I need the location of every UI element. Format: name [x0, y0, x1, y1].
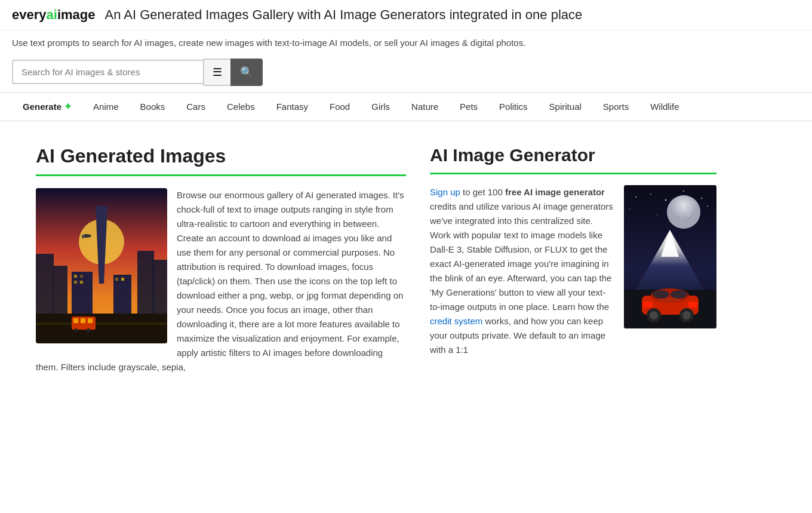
svg-rect-47 [643, 302, 653, 308]
generate-icon: ✦ [64, 101, 72, 112]
logo-suffix: image [57, 7, 96, 22]
search-button[interactable]: 🔍 [230, 59, 263, 86]
category-nav: Generate ✦ Anime Books Cars Celebs Fanta… [0, 92, 812, 121]
svg-rect-23 [115, 278, 118, 281]
nav-label-celebs: Celebs [227, 102, 255, 112]
left-section-title: AI Generated Images [36, 145, 406, 167]
nav-item-girls[interactable]: Girls [361, 93, 401, 120]
svg-rect-15 [81, 318, 85, 323]
nav-label-anime: Anime [93, 102, 119, 112]
car-mountain-svg-container [624, 185, 716, 328]
nav-label-spiritual: Spiritual [549, 102, 582, 112]
nav-item-nature[interactable]: Nature [401, 93, 449, 120]
svg-point-37 [687, 213, 690, 217]
svg-point-18 [87, 328, 90, 332]
sf-scene-svg [36, 188, 167, 343]
ai-generator-section: AI Image Generator Sign up to get 100 fr… [430, 145, 716, 357]
nav-item-politics[interactable]: Politics [488, 93, 539, 120]
svg-point-33 [656, 214, 657, 216]
svg-rect-22 [80, 281, 83, 284]
search-section: ☰ 🔍 [0, 50, 812, 92]
search-icon: 🔍 [240, 66, 253, 79]
svg-point-28 [665, 199, 666, 200]
svg-rect-12 [36, 322, 167, 325]
ai-gen-image [624, 185, 716, 328]
svg-rect-14 [73, 318, 78, 323]
generate-label: Generate [23, 102, 61, 112]
svg-rect-16 [88, 318, 93, 323]
svg-point-32 [707, 205, 708, 207]
svg-point-31 [629, 208, 630, 210]
sign-up-link[interactable]: Sign up [430, 187, 460, 197]
car-mountain-svg [624, 185, 716, 328]
svg-point-36 [676, 205, 681, 210]
svg-rect-5 [152, 260, 167, 314]
svg-point-27 [650, 193, 651, 195]
nav-label-girls: Girls [371, 102, 390, 112]
nav-label-cars: Cars [186, 102, 205, 112]
nav-item-celebs[interactable]: Celebs [216, 93, 266, 120]
ai-gen-text: Sign up to get 100 free AI image generat… [430, 185, 614, 357]
right-column: AI Image Generator Sign up to get 100 fr… [430, 145, 716, 382]
logo[interactable]: everyaiimage [12, 7, 95, 23]
nav-item-sports[interactable]: Sports [592, 93, 639, 120]
nav-item-anime[interactable]: Anime [82, 93, 130, 120]
search-input[interactable] [12, 60, 203, 84]
left-column: AI Generated Images [36, 145, 406, 382]
svg-rect-10 [113, 275, 131, 320]
svg-point-30 [701, 198, 702, 199]
nav-label-nature: Nature [411, 102, 438, 112]
svg-point-55 [658, 297, 682, 302]
search-bar: ☰ 🔍 [12, 59, 263, 86]
logo-ai: ai [47, 7, 57, 22]
svg-point-52 [650, 311, 658, 320]
nav-item-wildlife[interactable]: Wildlife [639, 93, 690, 120]
svg-point-49 [653, 290, 669, 299]
svg-rect-21 [74, 281, 77, 284]
header-tagline: An AI Generated Images Gallery with AI I… [104, 7, 582, 23]
nav-item-food[interactable]: Food [319, 93, 361, 120]
nav-item-spiritual[interactable]: Spiritual [539, 93, 592, 120]
left-divider [36, 174, 406, 176]
nav-item-cars[interactable]: Cars [176, 93, 216, 120]
nav-label-pets: Pets [460, 102, 478, 112]
free-credits-text: to get 100 [463, 187, 505, 197]
svg-point-35 [667, 195, 700, 229]
ai-gen-paragraph: Sign up to get 100 free AI image generat… [430, 185, 614, 357]
nav-label-books: Books [140, 102, 165, 112]
body-text-1: credits and utilize various AI image gen… [430, 201, 613, 312]
header: everyaiimage An AI Generated Images Gall… [0, 0, 812, 30]
nav-item-pets[interactable]: Pets [449, 93, 488, 120]
svg-rect-20 [80, 275, 83, 278]
description-text: Use text prompts to search for AI images… [12, 36, 800, 50]
svg-point-38 [681, 217, 683, 219]
logo-prefix: every [12, 7, 47, 22]
svg-rect-8 [82, 235, 84, 238]
main-content: AI Generated Images [0, 121, 812, 406]
nav-label-fantasy: Fantasy [276, 102, 308, 112]
credit-link[interactable]: credit system [430, 316, 482, 326]
svg-rect-9 [72, 272, 93, 320]
hero-image [36, 188, 167, 343]
site-description: Use text prompts to search for AI images… [0, 30, 812, 50]
svg-rect-48 [688, 302, 697, 308]
svg-point-26 [635, 196, 636, 198]
nav-item-books[interactable]: Books [130, 93, 176, 120]
nav-item-fantasy[interactable]: Fantasy [266, 93, 319, 120]
bold-text: free AI image generator [505, 187, 605, 197]
nav-generate[interactable]: Generate ✦ [12, 93, 82, 121]
svg-point-54 [682, 311, 691, 320]
filter-button[interactable]: ☰ [203, 59, 230, 86]
svg-point-29 [683, 191, 684, 192]
svg-rect-11 [36, 314, 167, 343]
filter-icon: ☰ [213, 66, 222, 79]
ai-gen-divider [430, 173, 716, 174]
svg-rect-2 [36, 254, 54, 314]
nav-label-food: Food [330, 102, 350, 112]
nav-label-politics: Politics [499, 102, 528, 112]
svg-point-17 [74, 328, 78, 332]
svg-point-50 [670, 290, 687, 299]
svg-rect-4 [137, 251, 154, 314]
svg-rect-3 [53, 266, 67, 314]
svg-rect-24 [121, 278, 124, 281]
